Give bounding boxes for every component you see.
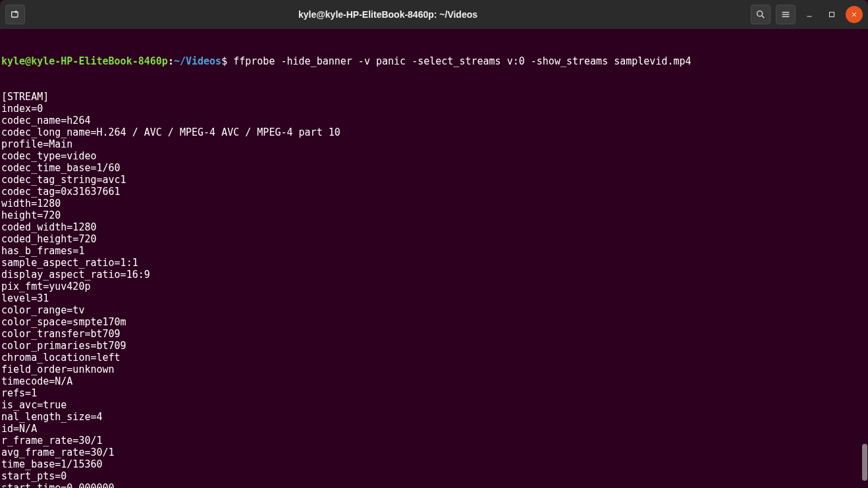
output-line: display_aspect_ratio=16:9 bbox=[1, 269, 867, 281]
output-line: height=720 bbox=[1, 209, 867, 221]
output-line: avg_frame_rate=30/1 bbox=[1, 447, 867, 458]
maximize-button[interactable] bbox=[823, 6, 840, 23]
output-line: field_order=unknown bbox=[1, 364, 867, 375]
svg-rect-9 bbox=[830, 13, 834, 17]
output-line: timecode=N/A bbox=[1, 375, 867, 387]
output-line: color_primaries=bt709 bbox=[1, 340, 867, 352]
output-line: start_pts=0 bbox=[1, 470, 867, 482]
terminal-output-area[interactable]: kyle@kyle-HP-EliteBook-8460p:~/Videos$ f… bbox=[0, 29, 868, 488]
output-container: [STREAM]index=0codec_name=h264codec_long… bbox=[1, 91, 867, 488]
minimize-button[interactable] bbox=[801, 6, 818, 23]
output-line: profile=Main bbox=[1, 138, 867, 150]
prompt-command: ffprobe -hide_banner -v panic -select_st… bbox=[227, 55, 691, 67]
output-line: codec_long_name=H.264 / AVC / MPEG-4 AVC… bbox=[1, 126, 867, 138]
svg-line-4 bbox=[762, 16, 764, 18]
search-button[interactable] bbox=[751, 5, 771, 24]
prompt-separator: : bbox=[168, 55, 174, 67]
output-line: width=1280 bbox=[1, 198, 867, 209]
new-tab-button[interactable] bbox=[5, 5, 25, 24]
output-line: codec_tag_string=avc1 bbox=[1, 174, 867, 186]
svg-point-3 bbox=[757, 11, 763, 16]
output-line: nal_length_size=4 bbox=[1, 411, 867, 423]
prompt-path: ~/Videos bbox=[174, 55, 221, 67]
menu-button[interactable] bbox=[776, 5, 796, 24]
output-line: codec_time_base=1/60 bbox=[1, 162, 867, 174]
output-line: coded_height=720 bbox=[1, 233, 867, 245]
output-line: is_avc=true bbox=[1, 399, 867, 411]
output-line: refs=1 bbox=[1, 387, 867, 399]
output-line: sample_aspect_ratio=1:1 bbox=[1, 257, 867, 269]
output-line: codec_name=h264 bbox=[1, 115, 867, 126]
terminal-window: kyle@kyle-HP-EliteBook-8460p: ~/Videos k… bbox=[0, 0, 868, 488]
output-line: coded_width=1280 bbox=[1, 221, 867, 233]
output-line: id=N/A bbox=[1, 423, 867, 435]
output-line: r_frame_rate=30/1 bbox=[1, 435, 867, 447]
scrollbar-track[interactable] bbox=[861, 29, 868, 488]
window-title: kyle@kyle-HP-EliteBook-8460p: ~/Videos bbox=[298, 9, 477, 20]
output-line: color_space=smpte170m bbox=[1, 316, 867, 328]
output-line: level=31 bbox=[1, 292, 867, 304]
output-line: index=0 bbox=[1, 103, 867, 115]
output-line: color_transfer=bt709 bbox=[1, 328, 867, 340]
output-line: start_time=0.000000 bbox=[1, 482, 867, 488]
output-line: [STREAM] bbox=[1, 91, 867, 103]
scrollbar-thumb[interactable] bbox=[862, 444, 867, 481]
prompt-dollar: $ bbox=[221, 55, 227, 67]
output-line: pix_fmt=yuv420p bbox=[1, 281, 867, 292]
prompt-line: kyle@kyle-HP-EliteBook-8460p:~/Videos$ f… bbox=[1, 55, 867, 67]
output-line: chroma_location=left bbox=[1, 352, 867, 364]
prompt-user-host: kyle@kyle-HP-EliteBook-8460p bbox=[1, 55, 168, 67]
output-line: time_base=1/15360 bbox=[1, 458, 867, 470]
output-line: has_b_frames=1 bbox=[1, 245, 867, 257]
close-button[interactable] bbox=[846, 6, 863, 23]
output-line: codec_tag=0x31637661 bbox=[1, 186, 867, 198]
output-line: color_range=tv bbox=[1, 304, 867, 316]
svg-rect-0 bbox=[12, 12, 18, 17]
output-line: codec_type=video bbox=[1, 150, 867, 162]
window-titlebar: kyle@kyle-HP-EliteBook-8460p: ~/Videos bbox=[0, 0, 868, 29]
